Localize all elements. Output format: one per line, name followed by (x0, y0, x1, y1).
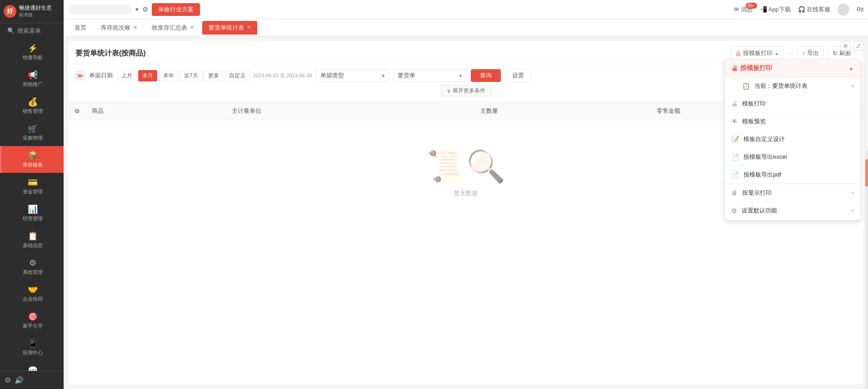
more-options-icon[interactable]: ··· (788, 49, 793, 57)
app-center-label: 应用中心 (23, 349, 43, 356)
system-label: 系统管理 (23, 269, 43, 276)
export-icon: ↑ (803, 50, 806, 57)
sidebar-item-inventory[interactable]: 📦 库存核算 (0, 146, 64, 173)
operations-icon: 📊 (28, 204, 38, 214)
goods-filter-label: 要货单 (398, 71, 415, 80)
dropdown-item-export-excel[interactable]: 📄 按模板导出excel (725, 148, 860, 166)
tab-demand-stats-close[interactable]: ✕ (247, 25, 251, 30)
template-print-arrow-up: ▲ (774, 51, 779, 56)
sidebar-item-finance[interactable]: 💳 资金管理 (0, 173, 64, 200)
tab-receipt-summary[interactable]: 收发存汇总表 ✕ (145, 21, 200, 35)
date-custom-btn[interactable]: 自定义 (225, 70, 249, 81)
export-pdf-label: 按模板导出pdf (743, 171, 854, 179)
sidebar-item-marketing[interactable]: 📢 营销推广 (0, 66, 64, 92)
refresh-icon: ↻ (833, 50, 838, 57)
filter-expand-icon[interactable]: ≫ (75, 71, 85, 80)
dropdown-current-item[interactable]: 📋 当前：要货单统计表 ▾ (725, 77, 860, 95)
enterprise-label: 企业协同 (23, 296, 43, 303)
nav-menu: ⚡ 快捷导航 📢 营销推广 💰 销售管理 🛒 采购管理 📦 库存核算 💳 资金管… (0, 39, 64, 371)
date-this-month-btn[interactable]: 本月 (138, 70, 157, 81)
audio-icon[interactable]: 🔊 (15, 376, 24, 384)
col-settings[interactable]: ⚙ (68, 102, 86, 120)
query-button[interactable]: 查询 (471, 69, 501, 82)
sidebar-item-system[interactable]: ⚙ 系统管理 (0, 253, 64, 280)
dropdown-item-template-custom[interactable]: 📝 模板自定义设计 (725, 131, 860, 148)
topbar-gear-icon[interactable]: ⚙ (142, 5, 148, 14)
quick-nav-label: 快捷导航 (23, 54, 43, 61)
messages-button[interactable]: ✉ 消息 99+ (734, 5, 753, 14)
date-last-month-btn[interactable]: 上月 (117, 70, 136, 81)
sidebar-item-enterprise[interactable]: 🤝 企业协同 (0, 280, 64, 307)
operations-label: 经营管理 (23, 215, 43, 222)
dropdown-item-template-preview[interactable]: 👁 模板预览 (725, 113, 860, 131)
purchase-label: 采购管理 (23, 135, 43, 141)
trial-industry-button[interactable]: 体验行业方案 (152, 3, 200, 16)
app-download-button[interactable]: 📲 App下载 (760, 5, 791, 14)
sidebar-item-sales[interactable]: 💰 销售管理 (0, 92, 64, 119)
sidebar: 好 畅捷通好生意 标准版 🔍 搜索菜单 ⚡ 快捷导航 📢 营销推广 💰 销售管理… (0, 0, 64, 389)
window-expand-button[interactable]: ⤢ (853, 41, 863, 51)
template-print-button[interactable]: 🖨 按模板打印 ▲ (730, 46, 784, 60)
sidebar-item-quick-nav[interactable]: ⚡ 快捷导航 (0, 39, 64, 66)
dropdown-header: 🖨 按模板打印 ▲ (725, 60, 860, 77)
app-logo: 好 畅捷通好生意 标准版 (0, 0, 64, 23)
display-print-icon: 🖥 (731, 189, 738, 197)
dropdown-item-display-print[interactable]: 🖥 按显示打印 ▾ (725, 184, 860, 202)
tab-demand-stats[interactable]: 要货单统计表 ✕ (202, 21, 257, 35)
page-title: 要货单统计表(按商品) (75, 49, 146, 58)
sidebar-item-purchase[interactable]: 🛒 采购管理 (0, 119, 64, 146)
date-7days-btn[interactable]: 近7天 (180, 70, 202, 81)
tab-batch-accounts[interactable]: 库存批次账 ✕ (95, 21, 144, 35)
page-content: 要货单统计表(按商品) 🖨 按模板打印 ▲ ··· ↑ 导出 ↻ 刷新 (64, 36, 868, 389)
username-label: Rit (857, 6, 863, 13)
template-custom-icon: 📝 (731, 136, 739, 143)
right-scrollbar-thumb[interactable] (865, 159, 868, 187)
logo-icon: 好 (4, 5, 16, 18)
set-default-arrow: ▾ (851, 207, 854, 214)
dropdown-collapse-icon[interactable]: ▲ (848, 65, 854, 71)
search-menu[interactable]: 🔍 搜索菜单 (0, 23, 64, 39)
marketing-icon: 📢 (28, 70, 38, 80)
sidebar-item-guide[interactable]: 🎯 新手引导 (0, 307, 64, 334)
expand-conditions-button[interactable]: ∨ 展开更多条件 (441, 85, 491, 96)
dropdown-item-template-print[interactable]: 🖨 模板打印 (725, 95, 860, 113)
type-filter-select[interactable]: 单据类型 ▾ (316, 69, 389, 82)
window-close-button[interactable]: ✕ (841, 41, 851, 51)
sidebar-item-enterprise-wx[interactable]: 💬 企业微信 (0, 361, 64, 371)
current-item-icon: 📋 (742, 82, 750, 90)
table-settings-icon[interactable]: ⚙ (75, 108, 80, 115)
sidebar-bottom: ⚙ 🔊 (0, 371, 64, 389)
template-custom-label: 模板自定义设计 (743, 135, 854, 143)
avatar[interactable] (838, 4, 849, 15)
settings-icon[interactable]: ⚙ (5, 376, 11, 384)
export-button[interactable]: ↑ 导出 (798, 46, 824, 60)
printer-icon: 🖨 (735, 50, 741, 57)
tab-receipt-summary-close[interactable]: ✕ (190, 25, 194, 30)
online-service-button[interactable]: 🎧 在线客服 (798, 5, 831, 14)
window-controls: ✕ ⤢ (841, 41, 863, 51)
col-goods: 商品 (86, 102, 226, 120)
goods-filter-arrow: ▾ (459, 72, 462, 79)
tab-batch-accounts-close[interactable]: ✕ (133, 25, 137, 30)
main-content: ▾ ⚙ 体验行业方案 ✉ 消息 99+ 📲 App下载 🎧 在线客服 Rit 首… (64, 0, 868, 389)
settings-button[interactable]: 设置 (505, 69, 531, 82)
topbar-search-input[interactable] (68, 5, 132, 15)
sidebar-item-app-center[interactable]: 📱 应用中心 (0, 334, 64, 361)
enterprise-wx-icon: 💬 (28, 365, 38, 371)
dropdown-item-set-default[interactable]: ⚙ 设置默认功能 ▾ (725, 202, 860, 220)
app-download-label: App下载 (768, 6, 791, 13)
guide-icon: 🎯 (28, 312, 38, 322)
enterprise-icon: 🤝 (28, 285, 38, 295)
sidebar-item-basic-info[interactable]: 📋 基础信息 (0, 227, 64, 253)
topbar-dropdown-icon[interactable]: ▾ (135, 6, 139, 13)
date-more-btn[interactable]: 更多 (204, 70, 223, 81)
tab-home[interactable]: 首页 (68, 21, 93, 35)
sidebar-item-operations[interactable]: 📊 经营管理 (0, 200, 64, 227)
goods-filter-select[interactable]: 要货单 ▾ (394, 69, 466, 82)
date-this-year-btn[interactable]: 本年 (159, 70, 178, 81)
dropdown-item-export-pdf[interactable]: 📄 按模板导出pdf (725, 166, 860, 184)
headset-icon: 🎧 (798, 6, 805, 13)
display-print-label: 按显示打印 (742, 189, 847, 197)
tab-batch-accounts-label: 库存批次账 (101, 24, 130, 32)
guide-label: 新手引导 (23, 323, 43, 329)
